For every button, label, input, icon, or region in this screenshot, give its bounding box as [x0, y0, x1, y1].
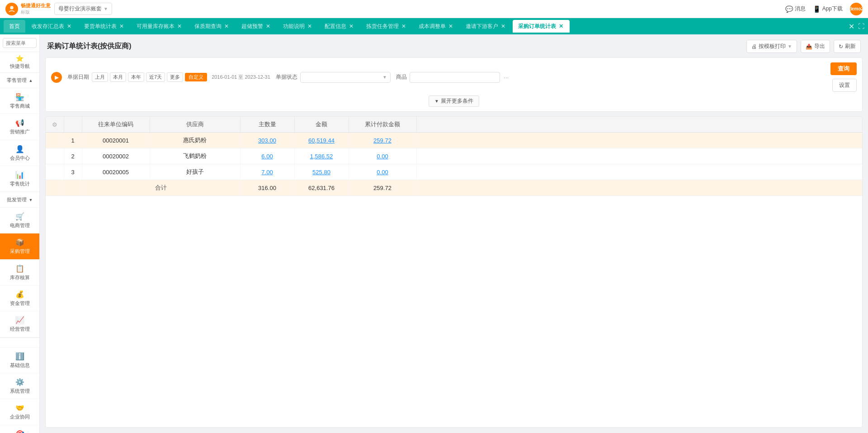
stats-icon: 📊 — [15, 171, 24, 179]
expand-more-button[interactable]: ▼ 展开更多条件 — [429, 95, 479, 107]
status-select-wrapper: 待审核 已审核 已关闭 ▼ — [300, 72, 391, 83]
tab-close-requisition[interactable]: ✕ — [118, 23, 125, 29]
svg-point-0 — [10, 6, 14, 10]
app-download-button[interactable]: 📱 App下载 — [813, 5, 843, 13]
tab-close-config-info[interactable]: ✕ — [348, 23, 354, 29]
th-settings: ⚙ — [46, 117, 64, 133]
tab-requisition[interactable]: 要货单统计表 ✕ — [79, 20, 130, 33]
tab-available-stock[interactable]: 可用量库存账本 ✕ — [131, 20, 188, 33]
date-more[interactable]: 更多 — [167, 72, 183, 82]
sidebar-item-retail-management[interactable]: 零售管理 ▲ — [0, 73, 39, 88]
tab-picking-task[interactable]: 拣货任务管理 ✕ — [361, 20, 412, 33]
nav-tabs-right: ✕ ⛶ — [849, 22, 864, 31]
tab-function-desc[interactable]: 功能说明 ✕ — [278, 20, 318, 33]
status-select[interactable]: 待审核 已审核 已关闭 — [300, 72, 391, 83]
td-supplier-name-2: 飞鹤奶粉 — [150, 148, 240, 164]
chevron-down-icon: ▼ — [434, 99, 439, 104]
td-amount-1[interactable]: 60,519.44 — [294, 133, 349, 148]
tab-close-invite-downstream[interactable]: ✕ — [500, 23, 506, 29]
sidebar-item-enterprise-collab[interactable]: 🤝 企业协同 — [0, 399, 39, 425]
sidebar-item-purchase-management[interactable]: 📦 采购管理 — [0, 233, 39, 259]
export-button[interactable]: 📤 导出 — [801, 40, 830, 53]
th-supplier-name: 供应商 — [150, 117, 240, 133]
print-button[interactable]: 🖨 按模板打印 ▼ — [746, 40, 797, 53]
basic-info-icon: ℹ️ — [15, 352, 24, 361]
td-empty-2 — [416, 148, 862, 164]
sidebar-item-wholesale-management[interactable]: 批发管理 ▼ — [0, 192, 39, 208]
th-amount: 金额 — [294, 117, 349, 133]
tab-invite-downstream[interactable]: 邀请下游客户 ✕ — [460, 20, 512, 33]
purchase-icon: 📦 — [15, 238, 24, 247]
td-amount-3[interactable]: 525.80 — [294, 164, 349, 180]
chevron-down-icon: ▼ — [788, 44, 792, 49]
sidebar-item-marketing[interactable]: 📢 营销推广 — [0, 114, 39, 140]
td-supplier-code-3: 00020005 — [82, 164, 150, 180]
date-7-days[interactable]: 近7天 — [146, 72, 165, 82]
tab-receive-send[interactable]: 收发存汇总表 ✕ — [26, 20, 78, 33]
tab-expiry-query[interactable]: 保质期查询 ✕ — [189, 20, 235, 33]
date-last-month[interactable]: 上月 — [92, 72, 108, 82]
date-this-year[interactable]: 本年 — [128, 72, 144, 82]
tab-purchase-stat[interactable]: 采购订单统计表 ✕ — [513, 20, 570, 33]
td-main-qty-2[interactable]: 6.00 — [240, 148, 294, 164]
search-input[interactable] — [3, 38, 37, 48]
sidebar-item-quick-nav[interactable]: ⭐ 快捷导航 — [0, 52, 39, 73]
sidebar-item-member-center[interactable]: 👤 会员中心 — [0, 140, 39, 166]
refresh-button[interactable]: ↻ 刷新 — [834, 40, 861, 53]
data-table: ⚙ 往来单位编码 供应商 主数量 金额 累计付款金额 — [46, 117, 862, 196]
td-supplier-code-2: 00020002 — [82, 148, 150, 164]
settings-icon[interactable]: ⚙ — [52, 121, 57, 128]
logo-area: 畅捷通好生意 标版 — [5, 2, 51, 15]
nav-expand-button[interactable]: ⛶ — [858, 23, 864, 30]
td-paid-amount-1[interactable]: 259.72 — [349, 133, 416, 148]
td-paid-amount-3[interactable]: 0.00 — [349, 164, 416, 180]
tab-config-info[interactable]: 配置信息 ✕ — [319, 20, 360, 33]
tab-home[interactable]: 首页 — [4, 20, 25, 33]
table-row: 1 00020001 惠氏奶粉 303.00 60,519.44 259.72 — [46, 133, 862, 148]
more-options-icon[interactable]: ··· — [504, 74, 509, 81]
date-custom-button[interactable]: 自定义 — [185, 73, 207, 81]
settings-button[interactable]: 设置 — [832, 79, 857, 92]
tab-overstock-warning[interactable]: 超储预警 ✕ — [236, 20, 277, 33]
td-main-qty-1[interactable]: 303.00 — [240, 133, 294, 148]
tab-close-available-stock[interactable]: ✕ — [176, 23, 183, 29]
tab-close-cost-adjust[interactable]: ✕ — [448, 23, 454, 29]
message-button[interactable]: 💬 消息 — [785, 5, 806, 13]
sidebar-item-system-management[interactable]: ⚙️ 系统管理 — [0, 373, 39, 399]
table-total-row: 合计 316.00 62,631.76 259.72 — [46, 180, 862, 196]
sidebar-item-basic-info-2[interactable]: ℹ️ 基础信息 — [0, 347, 39, 373]
nav-close-button[interactable]: ✕ — [849, 22, 854, 31]
query-button[interactable]: 查询 — [830, 62, 857, 75]
tab-close-purchase-stat[interactable]: ✕ — [558, 23, 564, 29]
tab-close-overstock-warning[interactable]: ✕ — [265, 23, 271, 29]
sidebar-item-newbie-guide[interactable]: 🎯 新手引导 — [0, 425, 39, 433]
filter-toggle-button[interactable]: ▶ — [51, 72, 62, 83]
tab-close-expiry-query[interactable]: ✕ — [223, 23, 230, 29]
user-avatar[interactable]: demo2 — [850, 3, 863, 15]
tab-close-receive-send[interactable]: ✕ — [66, 23, 72, 29]
filter-actions: 查询 设置 — [830, 62, 857, 92]
chevron-down-icon: ▼ — [104, 6, 108, 11]
sidebar: ⭐ 快捷导航 零售管理 ▲ 🏪 零售商城 📢 营销推广 👤 会员中心 📊 零售统… — [0, 34, 40, 433]
sidebar-item-capital-management[interactable]: 💰 资金管理 — [0, 285, 39, 311]
tab-close-picking-task[interactable]: ✕ — [401, 23, 407, 29]
sidebar-item-ecommerce[interactable]: 🛒 电商管理 — [0, 208, 39, 233]
sidebar-item-operation-management[interactable]: 📈 经营管理 — [0, 311, 39, 337]
td-main-qty-3[interactable]: 7.00 — [240, 164, 294, 180]
date-this-month[interactable]: 本月 — [110, 72, 126, 82]
sidebar-item-stock-check[interactable]: 📋 库存核算 — [0, 260, 39, 285]
td-paid-amount-2[interactable]: 0.00 — [349, 148, 416, 164]
sidebar-item-retail-shop[interactable]: 🏪 零售商城 — [0, 88, 39, 114]
sidebar-item-basic-info[interactable] — [0, 338, 39, 347]
td-amount-2[interactable]: 1,586.52 — [294, 148, 349, 164]
capital-icon: 💰 — [15, 290, 24, 299]
goods-input[interactable] — [410, 72, 500, 83]
tab-cost-adjust[interactable]: 成本调整单 ✕ — [413, 20, 459, 33]
td-empty-3 — [416, 164, 862, 180]
chevron-down-icon: ▲ — [29, 78, 33, 83]
tab-close-function-desc[interactable]: ✕ — [307, 23, 313, 29]
td-total-main-qty: 316.00 — [240, 180, 294, 196]
th-main-qty: 主数量 — [240, 117, 294, 133]
sidebar-item-retail-stats[interactable]: 📊 零售统计 — [0, 166, 39, 192]
workspace-selector[interactable]: 母婴行业演示账套 ▼ — [54, 3, 112, 15]
